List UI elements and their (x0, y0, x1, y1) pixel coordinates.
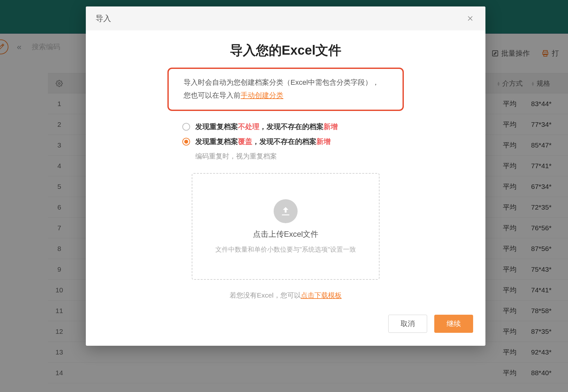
radio-icon (182, 123, 190, 131)
radio-icon (182, 138, 190, 146)
template-line: 若您没有Excel，您可以点击下载模板 (230, 291, 341, 300)
modal-header: 导入 (86, 6, 485, 30)
callout-line-2-pre: 您也可以在导入前 (184, 91, 241, 99)
upload-icon (274, 199, 298, 223)
import-modal: 导入 导入您的Excel文件 导入时会自动为您创建档案分类（Excel中需包含分… (86, 6, 485, 346)
manual-category-link[interactable]: 手动创建分类 (241, 91, 283, 99)
close-icon[interactable] (465, 13, 476, 24)
upload-main-text: 点击上传Excel文件 (253, 229, 319, 239)
modal-header-title: 导入 (96, 13, 111, 24)
radio-skip-duplicates[interactable]: 发现重复档案不处理，发现不存在的档案新增 (182, 122, 404, 132)
continue-button[interactable]: 继续 (434, 315, 473, 333)
modal-footer: 取消 继续 (86, 303, 485, 346)
duplicate-strategy-group: 发现重复档案不处理，发现不存在的档案新增 发现重复档案覆盖，发现不存在的档案新增 (167, 122, 404, 147)
duplicate-note: 编码重复时，视为重复档案 (167, 152, 404, 161)
download-template-link[interactable]: 点击下载模板 (301, 291, 342, 299)
modal-title: 导入您的Excel文件 (230, 41, 342, 59)
cancel-button[interactable]: 取消 (388, 315, 427, 333)
upload-sub-text: 文件中数量和单价小数位要与"系统选项"设置一致 (207, 245, 364, 254)
info-callout: 导入时会自动为您创建档案分类（Excel中需包含分类字段）， 您也可以在导入前手… (167, 68, 404, 111)
radio-overwrite-duplicates[interactable]: 发现重复档案覆盖，发现不存在的档案新增 (182, 137, 404, 147)
upload-dropzone[interactable]: 点击上传Excel文件 文件中数量和单价小数位要与"系统选项"设置一致 (192, 173, 380, 280)
callout-line-1: 导入时会自动为您创建档案分类（Excel中需包含分类字段）， (184, 76, 388, 89)
